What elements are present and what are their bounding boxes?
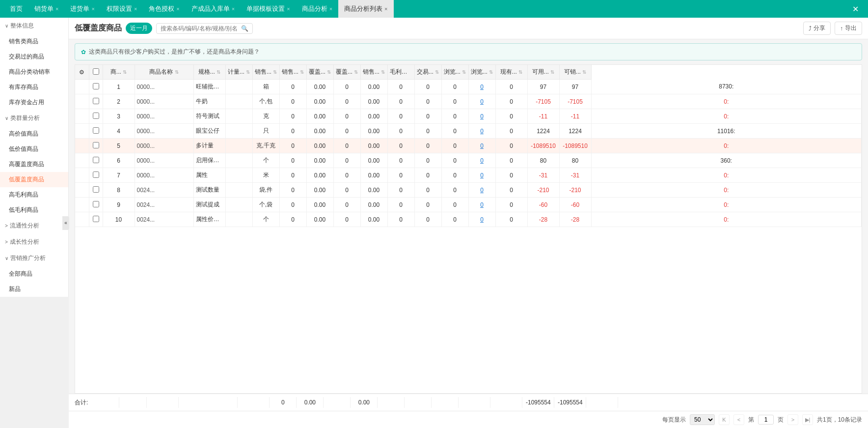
nav-purchase[interactable]: 进货单 × — [64, 0, 100, 18]
prev-page-button[interactable]: < — [733, 414, 744, 425]
nav-sales[interactable]: 销货单 × — [28, 0, 64, 18]
row-checkbox-1[interactable] — [93, 98, 99, 104]
first-page-button[interactable]: K — [719, 414, 730, 425]
cell-browse1-1[interactable]: 0 — [468, 94, 495, 109]
sidebar-collapse-button[interactable]: « — [62, 216, 69, 230]
sidebar-item-all-products[interactable]: 全部商品 — [0, 266, 68, 282]
sidebar-item-high-margin[interactable]: 高毛利商品 — [0, 187, 68, 202]
share-button[interactable]: ⤴ 分享 — [803, 22, 831, 35]
table-wrapper[interactable]: ⚙ 商... ⇅ 商品名称 ⇅ 规格... ⇅ 计量... ⇅ 销售... ⇅ … — [75, 64, 862, 394]
th-current[interactable]: 现有... ⇅ — [495, 65, 527, 80]
collapse-icon: « — [64, 220, 67, 226]
row-checkbox-5[interactable] — [93, 157, 99, 163]
search-input[interactable] — [161, 25, 239, 32]
th-avail[interactable]: 可用... ⇅ — [527, 65, 559, 80]
nav-products-close[interactable]: × — [232, 0, 235, 18]
cell-browse1-8[interactable]: 0 — [468, 198, 495, 212]
th-cover2[interactable]: 覆盖... ⇅ — [333, 65, 360, 80]
next-page-button[interactable]: > — [787, 414, 798, 425]
nav-templates-close[interactable]: × — [287, 0, 290, 18]
nav-templates[interactable]: 单据模板设置 × — [241, 0, 296, 18]
th-code[interactable]: 商... ⇅ — [103, 65, 135, 80]
row-checkbox-7[interactable] — [93, 186, 99, 193]
search-icon[interactable]: 🔍 — [241, 25, 248, 32]
nav-sales-close[interactable]: × — [55, 0, 58, 18]
cell-browse1-7[interactable]: 0 — [468, 183, 495, 198]
cell-spec-2 — [225, 109, 252, 124]
cell-name-0: 旺辅批次测试 — [193, 80, 225, 94]
sidebar-item-low-value[interactable]: 低价值商品 — [0, 142, 68, 157]
th-sell-days[interactable]: 销售... ⇅ — [360, 65, 387, 80]
sidebar-item-high-coverage[interactable]: 高覆盖度商品 — [0, 157, 68, 172]
th-browse2[interactable]: 浏览... ⇅ — [468, 65, 495, 80]
th-sales-count[interactable]: 销售... ⇅ — [252, 65, 279, 80]
cell-sellable-4: 0: — [591, 139, 862, 153]
sidebar-section-growth[interactable]: > 成长性分析 — [0, 234, 68, 250]
sidebar-item-traded-products[interactable]: 交易过的商品 — [0, 49, 68, 64]
cell-unit-4: 克,千克 — [252, 139, 279, 153]
cell-browse1-0[interactable]: 0 — [468, 80, 495, 94]
row-checkbox-3[interactable] — [93, 127, 99, 134]
cell-browse1-5[interactable]: 0 — [468, 153, 495, 168]
sidebar-section-overall[interactable]: ∨ 整体信息 — [0, 18, 68, 34]
sort-spec-icon: ⇅ — [217, 69, 220, 75]
row-checkbox-2[interactable] — [93, 113, 99, 119]
th-margin[interactable]: 毛利率 ⇅ — [387, 65, 414, 80]
nav-analysis[interactable]: 商品分析 × — [296, 0, 338, 18]
cell-browse1-3[interactable]: 0 — [468, 124, 495, 139]
date-filter-button[interactable]: 近一月 — [126, 23, 152, 34]
page-size-select[interactable]: 20 50 100 — [690, 414, 715, 425]
window-close-button[interactable]: ✕ — [846, 0, 864, 18]
nav-analysis-list-close[interactable]: × — [384, 0, 387, 18]
cell-browse1-6[interactable]: 0 — [468, 168, 495, 183]
row-checkbox-0[interactable] — [93, 83, 99, 89]
nav-home[interactable]: 首页 — [4, 0, 28, 18]
th-unit[interactable]: 计量... ⇅ — [225, 65, 252, 80]
th-spec[interactable]: 规格... ⇅ — [193, 65, 225, 80]
nav-products[interactable]: 产成品入库单 × — [186, 0, 241, 18]
sidebar-section-cluster[interactable]: ∨ 类群量分析 — [0, 110, 68, 126]
table-row: 7 0000... 属性 米 0 0.00 0 0.00 0 0 0 0 0 -… — [75, 168, 862, 183]
cell-sell-days-6: 0 — [387, 168, 414, 183]
th-cover1[interactable]: 覆盖... ⇅ — [306, 65, 333, 80]
row-checkbox-6[interactable] — [93, 171, 99, 178]
cell-browse1-2[interactable]: 0 — [468, 109, 495, 124]
row-checkbox-8[interactable] — [93, 201, 99, 207]
select-all-checkbox[interactable] — [93, 68, 99, 75]
th-sales-amt[interactable]: 销售... ⇅ — [279, 65, 306, 80]
last-page-button[interactable]: ▶| — [802, 414, 813, 425]
nav-purchase-close[interactable]: × — [91, 0, 94, 18]
th-sellable[interactable]: 可销... ⇅ — [559, 65, 591, 80]
nav-roles[interactable]: 角色授权 × — [143, 0, 185, 18]
sidebar-item-low-coverage[interactable]: 低覆盖度商品 — [0, 172, 68, 187]
th-browse1[interactable]: 浏览... ⇅ — [441, 65, 468, 80]
sidebar-item-stock-products[interactable]: 有库存商品 — [0, 80, 68, 95]
sidebar-item-stock-capital[interactable]: 库存资金占用 — [0, 95, 68, 110]
cell-browse1-4[interactable]: 0 — [468, 139, 495, 153]
th-tx[interactable]: 交易... ⇅ — [414, 65, 441, 80]
nav-analysis-list[interactable]: 商品分析列表 × — [338, 0, 393, 18]
sidebar-item-low-margin[interactable]: 低毛利商品 — [0, 202, 68, 218]
nav-analysis-close[interactable]: × — [329, 0, 332, 18]
nav-roles-close[interactable]: × — [176, 0, 179, 18]
th-name[interactable]: 商品名称 ⇅ — [135, 65, 193, 80]
export-button[interactable]: ↑ 导出 — [835, 22, 862, 35]
row-checkbox-9[interactable] — [93, 216, 99, 222]
page-number-input[interactable] — [758, 415, 774, 425]
cell-cover1-8: 0 — [333, 198, 360, 212]
cell-browse1-9[interactable]: 0 — [468, 212, 495, 227]
sidebar-item-high-value[interactable]: 高价值商品 — [0, 126, 68, 142]
footer-empty3 — [147, 397, 179, 408]
sidebar-section-flow[interactable]: > 流通性分析 — [0, 218, 68, 234]
row-checkbox-4[interactable] — [93, 142, 99, 148]
sidebar-item-new-products[interactable]: 新品 — [0, 282, 68, 297]
nav-permissions-close[interactable]: × — [134, 0, 137, 18]
cell-sell-days-9: 0 — [387, 212, 414, 227]
cell-unit-7: 袋,件 — [252, 183, 279, 198]
th-settings[interactable]: ⚙ — [75, 65, 89, 80]
sidebar-item-sales-products[interactable]: 销售类商品 — [0, 34, 68, 49]
sidebar-section-marketing[interactable]: ∨ 营销推广分析 — [0, 250, 68, 266]
cell-sellable-7: 0: — [591, 183, 862, 198]
sidebar-item-category-rate[interactable]: 商品分类动销率 — [0, 64, 68, 80]
nav-permissions[interactable]: 权限设置 × — [101, 0, 143, 18]
